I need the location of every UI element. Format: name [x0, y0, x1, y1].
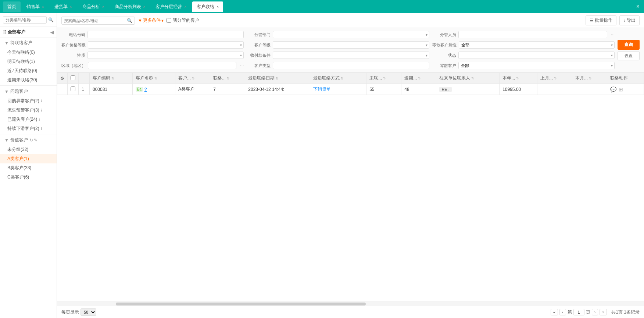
chat-icon-button[interactable]: 💬: [610, 86, 616, 92]
per-page-select[interactable]: 50: [80, 308, 96, 316]
th-last-contact-way[interactable]: 最后联络方式 ⇅: [310, 73, 366, 84]
tab-goods-analysis-list-close[interactable]: ×: [143, 5, 146, 9]
sidebar-item-today[interactable]: 今天待联络(0): [0, 48, 57, 57]
th-this-year-sort-icon[interactable]: ⇅: [516, 77, 519, 80]
my-customers-checkbox[interactable]: [167, 18, 171, 23]
tab-customer-segment[interactable]: 客户分层经营 ×: [151, 1, 191, 12]
window-close-button[interactable]: ×: [635, 2, 641, 11]
th-name[interactable]: 客户名称 ⇅: [132, 73, 175, 84]
value-refresh-icon[interactable]: ↻: [29, 138, 33, 143]
sidebar-item-lost[interactable]: 已流失客户(24) ℹ: [0, 115, 57, 124]
sidebar-pending-contact-group[interactable]: ▼ 待联络客户: [0, 38, 57, 48]
customer-level-select[interactable]: [273, 41, 429, 49]
th-this-month[interactable]: 本月... ⇅: [572, 73, 607, 84]
td-check[interactable]: [68, 84, 79, 95]
sidebar-item-b-class[interactable]: B类客户(33): [0, 163, 57, 173]
batch-operation-button[interactable]: ☰ 批量操作: [586, 15, 616, 25]
customer-type-input[interactable]: [273, 62, 429, 69]
sidebar-item-tomorrow[interactable]: 明天待联络(1): [0, 57, 57, 66]
th-contact[interactable]: 联络... ⇅: [210, 73, 245, 84]
row-checkbox[interactable]: [71, 86, 75, 91]
qr-icon-button[interactable]: ⊞: [619, 86, 623, 92]
last-page-button[interactable]: »: [600, 309, 607, 315]
query-button[interactable]: 查询: [618, 40, 640, 50]
sidebar-item-unclassified[interactable]: 未分组(32): [0, 145, 57, 154]
th-type-sort-icon[interactable]: ⇅: [192, 77, 195, 80]
tab-purchase-close[interactable]: ×: [70, 5, 72, 9]
manager-dots-icon[interactable]: ···: [611, 32, 615, 37]
nature-select[interactable]: [87, 52, 244, 59]
sidebar-item-loss-warning[interactable]: 流失预警客户(3) ℹ: [0, 106, 57, 115]
sidebar-all-customers-header[interactable]: ⠿ 全部客户 ◀: [0, 27, 57, 38]
status-select[interactable]: [458, 52, 615, 59]
prev-page-button[interactable]: ‹: [559, 309, 566, 315]
th-no-contact-sort-icon[interactable]: ⇅: [383, 77, 386, 80]
th-last-contact-date[interactable]: 最后联络日期 ⇅: [245, 73, 310, 84]
th-code-sort-icon[interactable]: ⇅: [111, 77, 114, 80]
tab-goods-analysis-close[interactable]: ×: [102, 5, 104, 9]
gear-icon[interactable]: ⚙: [60, 76, 64, 81]
th-last-date-sort-icon[interactable]: ⇅: [276, 77, 279, 80]
horizontal-scrollbar[interactable]: [57, 301, 644, 306]
scroll-bar-thumb[interactable]: [116, 303, 366, 305]
region-dots-icon[interactable]: ···: [240, 63, 244, 68]
value-edit-icon[interactable]: ✎: [34, 138, 37, 143]
th-gear[interactable]: ⚙: [57, 73, 68, 84]
phone-input[interactable]: [87, 31, 244, 38]
page-number-input[interactable]: [573, 309, 584, 315]
th-overdue-sort-icon[interactable]: ⇅: [418, 77, 421, 80]
payment-select[interactable]: [273, 52, 429, 59]
tab-home[interactable]: 首页: [3, 1, 21, 12]
tab-goods-analysis[interactable]: 商品分析 ×: [78, 1, 109, 12]
table-select-all-checkbox[interactable]: [71, 75, 75, 80]
last-contact-way-link[interactable]: 下销货单: [313, 86, 331, 92]
manager-input[interactable]: [458, 31, 607, 38]
sidebar-item-declining[interactable]: 持续下滑客户(2) ℹ: [0, 124, 57, 133]
th-name-sort-icon[interactable]: ⇅: [154, 77, 157, 80]
sidebar-search-icon[interactable]: 🔍: [48, 17, 54, 22]
sidebar-item-overdue[interactable]: 逾期未联络(30): [0, 75, 57, 85]
tab-sales[interactable]: 销售单 ×: [22, 1, 49, 12]
th-unit-contact[interactable]: 往来单位联系人 ⇅: [436, 73, 500, 84]
th-code[interactable]: 客户编码 ⇅: [90, 73, 133, 84]
retail-attr-select[interactable]: 全部: [459, 41, 615, 49]
th-last-month-sort-icon[interactable]: ⇅: [554, 77, 557, 80]
tab-purchase[interactable]: 进货单 ×: [50, 1, 76, 12]
sidebar-search-input[interactable]: [3, 16, 47, 24]
sidebar-item-c-class[interactable]: C类客户(6): [0, 173, 57, 182]
sidebar-item-a-class[interactable]: A类客户(1): [0, 154, 57, 163]
th-last-way-sort-icon[interactable]: ⇅: [341, 77, 344, 80]
th-contact-sort-icon[interactable]: ⇅: [227, 77, 230, 80]
th-unit-sort-icon[interactable]: ⇅: [471, 77, 474, 80]
th-last-month[interactable]: 上月... ⇅: [537, 73, 572, 84]
my-customers-filter[interactable]: 我分管的客户: [167, 17, 199, 24]
th-check[interactable]: [68, 73, 79, 84]
dept-select[interactable]: [273, 31, 429, 38]
tab-customer-contact-close[interactable]: ×: [217, 5, 219, 9]
th-type[interactable]: 客户... ⇅: [175, 73, 210, 84]
retail-customer-select[interactable]: 全部: [458, 62, 615, 69]
td-last-contact-way[interactable]: 下销货单: [310, 84, 366, 95]
sidebar-value-customers-group[interactable]: ▼ 价值客户 ↻ ✎: [0, 135, 57, 145]
price-level-select[interactable]: [88, 41, 244, 49]
sidebar-item-abnormal-repurchase[interactable]: 回购异常客户(2) ℹ: [0, 96, 57, 106]
th-overdue[interactable]: 逾期... ⇅: [401, 73, 436, 84]
region-input[interactable]: [88, 62, 236, 69]
export-button[interactable]: ↓ 导出: [619, 15, 640, 25]
sidebar-problem-customers-group[interactable]: ▼ 问题客户: [0, 86, 57, 96]
th-this-year[interactable]: 本年... ⇅: [500, 73, 537, 84]
next-page-button[interactable]: ›: [592, 309, 598, 315]
tab-customer-segment-close[interactable]: ×: [184, 5, 186, 9]
tab-goods-analysis-list[interactable]: 商品分析列表 ×: [110, 1, 150, 12]
filter-search-icon[interactable]: 🔍: [127, 18, 132, 23]
tab-sales-close[interactable]: ×: [42, 5, 44, 9]
customer-name-text[interactable]: ?: [144, 87, 147, 92]
sidebar-collapse-icon[interactable]: ◀: [50, 30, 54, 35]
more-filter-button[interactable]: ▼ 更多条件 ▾: [138, 17, 164, 24]
setting-button[interactable]: 设置: [618, 51, 640, 60]
th-no-contact[interactable]: 未联... ⇅: [366, 73, 401, 84]
th-this-month-sort-icon[interactable]: ⇅: [589, 77, 592, 80]
filter-search-input[interactable]: [64, 18, 125, 23]
first-page-button[interactable]: «: [551, 309, 558, 315]
sidebar-item-7days[interactable]: 近7天待联络(0): [0, 66, 57, 75]
